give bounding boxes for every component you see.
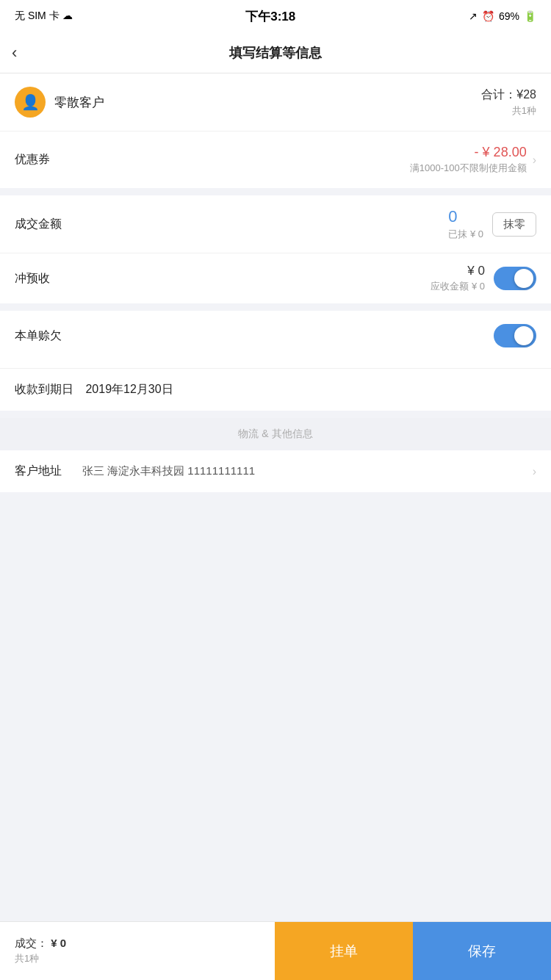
status-left: 无 SIM 卡 ☁	[15, 10, 73, 23]
debt-label: 本单赊欠	[15, 328, 62, 344]
bottom-count: 共1种	[15, 952, 260, 965]
date-row: 收款到期日 2019年12月30日	[0, 368, 551, 411]
avatar: 👤	[15, 87, 46, 118]
coupon-value: - ¥ 28.00	[410, 145, 527, 160]
prepay-row: 冲预收 ¥ 0 应收金额 ¥ 0	[0, 253, 551, 303]
prepay-label: 冲预收	[15, 271, 50, 287]
avatar-icon: 👤	[21, 93, 40, 111]
debt-row: 本单赊欠	[0, 311, 551, 361]
prepay-toggle[interactable]	[494, 267, 536, 290]
transaction-section: 成交金额 0 已抹 ¥ 0 抹零 冲预收 ¥ 0 应收金额 ¥ 0	[0, 195, 551, 303]
coupon-row[interactable]: 优惠券 - ¥ 28.00 满1000-100不限制使用金额 ›	[0, 131, 551, 188]
coupon-label: 优惠券	[15, 152, 50, 167]
address-value: 张三 海淀永丰科技园 11111111111	[82, 464, 533, 478]
back-button[interactable]: ‹	[12, 43, 17, 62]
save-button-label: 保存	[468, 942, 496, 961]
debt-toggle-knob	[514, 326, 533, 345]
coupon-chevron-icon: ›	[533, 154, 536, 167]
address-label: 客户地址	[15, 464, 73, 479]
customer-left: 👤 零散客户	[15, 87, 104, 118]
toggle-knob	[514, 269, 533, 288]
prepay-sub: 应收金额 ¥ 0	[431, 280, 485, 293]
prepay-value-col: ¥ 0 应收金额 ¥ 0	[431, 264, 485, 293]
debt-toggle[interactable]	[494, 324, 536, 347]
alarm-icon: ⏰	[482, 10, 494, 22]
bottom-deal-amount: ¥ 0	[51, 937, 66, 949]
prepay-right: ¥ 0 应收金额 ¥ 0	[431, 264, 536, 293]
transaction-value: 0	[448, 207, 483, 226]
round-button[interactable]: 抹零	[492, 212, 536, 237]
total-amount: 合计：¥28	[481, 87, 536, 103]
page-title: 填写结算等信息	[229, 44, 322, 62]
hold-button[interactable]: 挂单	[275, 922, 413, 980]
total-count: 共1种	[481, 104, 536, 118]
battery-label: 69%	[499, 10, 519, 22]
customer-right: 合计：¥28 共1种	[481, 87, 536, 118]
transaction-sub: 已抹 ¥ 0	[448, 228, 483, 241]
prepay-amount: ¥ 0	[431, 264, 485, 278]
bottom-info: 成交： ¥ 0 共1种	[0, 922, 275, 980]
coupon-description: 满1000-100不限制使用金额	[410, 162, 527, 175]
transaction-right: 0 已抹 ¥ 0 抹零	[448, 207, 536, 241]
status-bar: 无 SIM 卡 ☁ 下午3:18 ↗ ⏰ 69% 🔋	[0, 0, 551, 32]
logistics-divider: 物流 & 其他信息	[0, 418, 551, 450]
customer-name: 零散客户	[54, 94, 104, 111]
due-date-value: 2019年12月30日	[85, 383, 173, 395]
status-right: ↗ ⏰ 69% 🔋	[469, 10, 536, 22]
battery-icon: 🔋	[524, 10, 536, 22]
transaction-label: 成交金额	[15, 217, 62, 232]
coupon-right-col: - ¥ 28.00 满1000-100不限制使用金额	[410, 145, 527, 175]
sim-label: 无 SIM 卡 ☁	[15, 10, 73, 23]
main-content: 👤 零散客户 合计：¥28 共1种 优惠券 - ¥ 28.00 满1000-10…	[0, 73, 551, 558]
hold-button-label: 挂单	[330, 942, 358, 961]
transaction-value-col: 0 已抹 ¥ 0	[448, 207, 483, 241]
address-section[interactable]: 客户地址 张三 海淀永丰科技园 11111111111 ›	[0, 450, 551, 492]
save-button[interactable]: 保存	[413, 922, 551, 980]
debt-section: 本单赊欠 收款到期日 2019年12月30日	[0, 311, 551, 411]
nav-bar: ‹ 填写结算等信息	[0, 32, 551, 73]
divider-text: 物流 & 其他信息	[238, 428, 312, 441]
customer-coupon-section: 👤 零散客户 合计：¥28 共1种 优惠券 - ¥ 28.00 满1000-10…	[0, 73, 551, 188]
bottom-bar: 成交： ¥ 0 共1种 挂单 保存	[0, 921, 551, 980]
bottom-deal: 成交： ¥ 0	[15, 937, 260, 951]
customer-row: 👤 零散客户 合计：¥28 共1种	[0, 73, 551, 131]
bottom-deal-label: 成交：	[15, 937, 48, 949]
due-date-label: 收款到期日	[15, 383, 73, 395]
status-time: 下午3:18	[245, 8, 295, 25]
address-chevron-icon: ›	[533, 465, 536, 478]
location-icon: ↗	[469, 10, 478, 22]
transaction-row: 成交金额 0 已抹 ¥ 0 抹零	[0, 195, 551, 253]
